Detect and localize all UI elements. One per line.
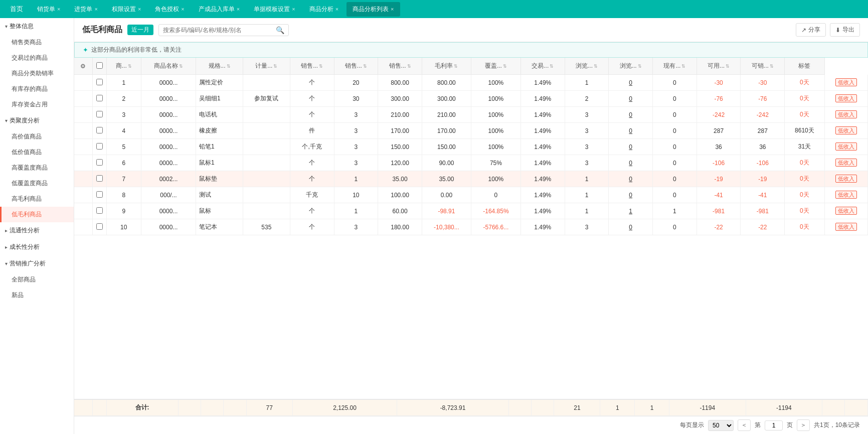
views-link[interactable]: 0: [629, 127, 632, 134]
views-link[interactable]: 0: [629, 111, 632, 118]
nav-close-icon[interactable]: ×: [181, 6, 184, 12]
sidebar-item-low-value[interactable]: 低价值商品: [0, 144, 74, 160]
col-name[interactable]: 商品名称⇅: [141, 58, 196, 75]
sidebar-item-all-products[interactable]: 全部商品: [0, 272, 74, 287]
search-icon[interactable]: 🔍: [276, 26, 284, 34]
nav-close-icon[interactable]: ×: [94, 6, 97, 12]
nav-close-icon[interactable]: ×: [57, 6, 60, 12]
row-coverage: 1.49%: [520, 139, 565, 155]
row-views2: 0: [653, 187, 697, 203]
sidebar-item-category-sales-rate[interactable]: 商品分类助销率: [0, 66, 74, 81]
col-views2[interactable]: 浏览...⇅: [609, 58, 653, 75]
row-select-checkbox[interactable]: [96, 207, 103, 214]
nav-product-analysis[interactable]: 商品分析×: [303, 2, 344, 17]
col-stock-current[interactable]: 现有...⇅: [653, 58, 697, 75]
sidebar-group-overall[interactable]: ▾ 整体信息: [0, 18, 74, 35]
col-code[interactable]: 商...⇅: [106, 58, 141, 75]
row-select-checkbox[interactable]: [96, 95, 103, 101]
nav-home[interactable]: 首页: [4, 2, 29, 17]
views-link[interactable]: 0: [629, 160, 632, 167]
next-page-button[interactable]: ＞: [797, 419, 810, 431]
col-coverage[interactable]: 覆盖...⇅: [471, 58, 520, 75]
row-settings: [74, 107, 92, 123]
nav-close-icon[interactable]: ×: [335, 6, 338, 12]
views-link[interactable]: 0: [629, 224, 632, 231]
views-link[interactable]: 0: [629, 192, 632, 199]
row-checkbox[interactable]: [92, 219, 106, 235]
row-checkbox[interactable]: [92, 171, 106, 187]
row-checkbox[interactable]: [92, 187, 106, 203]
sidebar-group-growth[interactable]: ▸ 成长性分析: [0, 239, 74, 255]
nav-close-icon[interactable]: ×: [138, 6, 141, 12]
row-checkbox[interactable]: [92, 155, 106, 171]
col-gross-rate[interactable]: 毛利率⇅: [422, 58, 471, 75]
prev-page-button[interactable]: ＜: [738, 419, 751, 431]
row-select-checkbox[interactable]: [96, 111, 103, 117]
sidebar-item-stocked-products[interactable]: 有库存的商品: [0, 81, 74, 97]
views-link[interactable]: 0: [629, 79, 632, 86]
views-link[interactable]: 1: [629, 208, 632, 215]
sidebar-group-circulation[interactable]: ▸ 流通性分析: [0, 222, 74, 239]
col-tag: 标签: [785, 58, 825, 75]
row-checkbox[interactable]: [92, 123, 106, 139]
nav-purchase-order[interactable]: 进货单×: [68, 2, 103, 17]
row-coverage: 1.49%: [520, 219, 565, 235]
row-select-checkbox[interactable]: [96, 127, 103, 133]
share-button[interactable]: ↗ 分享: [796, 23, 826, 37]
row-select-checkbox[interactable]: [96, 191, 103, 198]
time-badge[interactable]: 近一月: [127, 25, 153, 35]
col-unit[interactable]: 计量...⇅: [243, 58, 290, 75]
row-name: 鼠标垫: [196, 171, 243, 187]
search-box[interactable]: 🔍: [158, 24, 289, 36]
row-select-checkbox[interactable]: [96, 159, 103, 166]
export-button[interactable]: ⬇ 导出: [830, 23, 860, 37]
sidebar-item-new-products[interactable]: 新品: [0, 287, 74, 303]
row-checkbox[interactable]: [92, 139, 106, 155]
nav-sales-order[interactable]: 销货单×: [31, 2, 66, 17]
row-checkbox[interactable]: [92, 107, 106, 123]
row-select-checkbox[interactable]: [96, 223, 103, 230]
nav-close-icon[interactable]: ×: [292, 6, 295, 12]
col-checkbox[interactable]: [92, 58, 106, 75]
views-link[interactable]: 0: [629, 143, 632, 151]
col-transactions[interactable]: 交易...⇅: [520, 58, 565, 75]
sidebar-item-inventory-capital[interactable]: 库存资金占用: [0, 97, 74, 112]
sidebar-item-low-coverage[interactable]: 低覆盖度商品: [0, 176, 74, 191]
nav-close-icon[interactable]: ×: [391, 6, 394, 12]
col-spec[interactable]: 规格...⇅: [196, 58, 243, 75]
select-all-checkbox[interactable]: [96, 62, 103, 69]
sidebar-group-cluster[interactable]: ▾ 类聚度分析: [0, 112, 74, 129]
col-sales-qty[interactable]: 销售...⇅: [290, 58, 334, 75]
sidebar-item-low-margin[interactable]: 低毛利商品: [0, 207, 74, 222]
search-input[interactable]: [163, 27, 274, 34]
col-stock-saleable[interactable]: 可销...⇅: [741, 58, 785, 75]
col-settings[interactable]: ⚙: [74, 58, 92, 75]
nav-template-settings[interactable]: 单据模板设置×: [248, 2, 301, 17]
sidebar-item-sales-products[interactable]: 销售类商品: [0, 35, 74, 50]
col-stock-available[interactable]: 可用...⇅: [697, 58, 741, 75]
sidebar-item-high-value[interactable]: 高价值商品: [0, 129, 74, 144]
sidebar-item-high-coverage[interactable]: 高覆盖度商品: [0, 160, 74, 176]
nav-product-analysis-list[interactable]: 商品分析列表×: [346, 2, 400, 17]
sidebar-item-traded-products[interactable]: 交易过的商品: [0, 50, 74, 66]
row-checkbox[interactable]: [92, 75, 106, 91]
page-size-select[interactable]: 50 100 200: [708, 420, 734, 431]
page-number-input[interactable]: [765, 420, 783, 430]
sidebar-item-high-margin[interactable]: 高毛利商品: [0, 191, 74, 207]
row-checkbox[interactable]: [92, 91, 106, 107]
col-sales-price[interactable]: 销售...⇅: [334, 58, 378, 75]
row-select-checkbox[interactable]: [96, 143, 103, 150]
row-stock-saleable: 8610天: [785, 123, 825, 139]
nav-role-auth[interactable]: 角色授权×: [149, 2, 190, 17]
col-sales-profit[interactable]: 销售...⇅: [378, 58, 422, 75]
col-views1[interactable]: 浏览...⇅: [565, 58, 609, 75]
row-checkbox[interactable]: [92, 203, 106, 219]
nav-permissions[interactable]: 权限设置×: [106, 2, 147, 17]
nav-close-icon[interactable]: ×: [237, 6, 240, 12]
views-link[interactable]: 0: [629, 176, 632, 183]
views-link[interactable]: 0: [629, 95, 632, 102]
sidebar-group-marketing[interactable]: ▾ 营销推广分析: [0, 255, 74, 272]
nav-product-entry[interactable]: 产成品入库单×: [193, 2, 246, 17]
row-select-checkbox[interactable]: [96, 175, 103, 182]
row-select-checkbox[interactable]: [96, 79, 103, 85]
